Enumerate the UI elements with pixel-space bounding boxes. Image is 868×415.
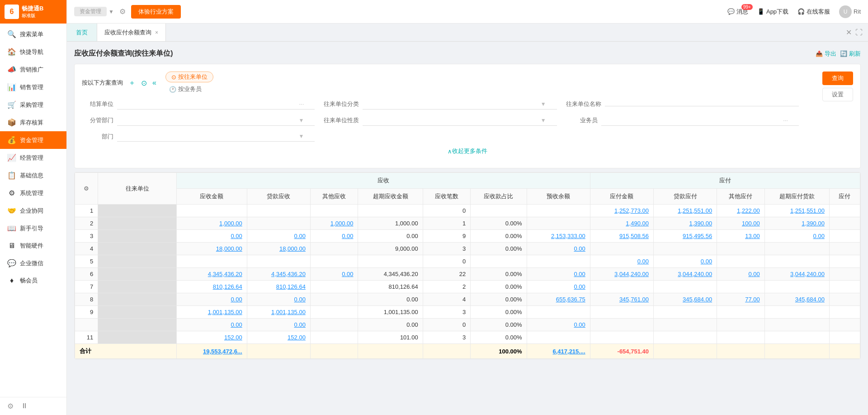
table-cell[interactable]: 0.00 — [590, 255, 653, 268]
sidebar-item-finance[interactable]: 💰 资金管理 — [0, 131, 66, 149]
sidebar-item-sales[interactable]: 📊 销售管理 — [0, 78, 66, 96]
scheme-btn-salesperson[interactable]: 🕐 按业务员 — [165, 84, 213, 94]
table-cell[interactable]: 810,126.64 — [247, 281, 310, 293]
table-cell[interactable]: 0.00 — [247, 230, 310, 243]
table-cell[interactable]: 0.00 — [247, 293, 310, 306]
partner-name-input[interactable] — [605, 102, 799, 106]
table-cell[interactable]: 0.00 — [176, 319, 247, 331]
table-cell[interactable]: 13.00 — [717, 230, 765, 243]
tab-close-icon[interactable]: × — [155, 29, 158, 36]
table-cell[interactable]: 1,390.00 — [653, 217, 717, 230]
table-cell[interactable]: 3,044,240.00 — [653, 268, 717, 281]
footer-advance-bal[interactable]: 6,417,215.... — [527, 344, 590, 359]
add-scheme-icon[interactable]: ＋ — [128, 78, 136, 88]
pause-icon[interactable]: ⏸ — [21, 402, 28, 410]
table-cell[interactable]: 100.00 — [717, 217, 765, 230]
tab-active[interactable]: 应收应付余额查询 × — [97, 24, 166, 41]
query-button[interactable]: 查询 — [822, 72, 853, 85]
partner-nature-select[interactable]: ▼ — [363, 115, 557, 126]
sidebar-item-operations[interactable]: 📈 经营管理 — [0, 149, 66, 167]
table-cell[interactable]: 1,251,551.00 — [764, 205, 829, 217]
sidebar-item-marketing[interactable]: 📣 营销推广 — [0, 61, 66, 78]
table-cell[interactable]: 2,153,333.00 — [527, 230, 590, 243]
service-group[interactable]: 🎧 在线客服 — [797, 8, 830, 16]
solution-button[interactable]: 体验行业方案 — [131, 5, 181, 19]
salesperson-input[interactable]: ··· — [601, 115, 799, 126]
table-cell[interactable]: 915,495.56 — [653, 230, 717, 243]
table-cell[interactable]: 1,000.00 — [310, 217, 358, 230]
table-cell[interactable]: 18,000.00 — [176, 243, 247, 255]
table-cell[interactable]: 1,251,551.00 — [653, 205, 717, 217]
table-cell[interactable]: 1,490.00 — [590, 217, 653, 230]
table-cell[interactable]: 0.00 — [764, 230, 829, 243]
table-cell[interactable]: 915,508.56 — [590, 230, 653, 243]
sidebar-item-inventory[interactable]: 📦 库存核算 — [0, 114, 66, 131]
table-cell[interactable]: 345,761.00 — [590, 293, 653, 306]
table-cell[interactable]: 0.00 — [527, 268, 590, 281]
sidebar-item-member[interactable]: ♦ 畅会员 — [0, 272, 66, 289]
tab-home[interactable]: 首页 — [67, 24, 97, 41]
setting-button[interactable]: 设置 — [822, 88, 853, 101]
table-cell[interactable]: 152.00 — [176, 331, 247, 344]
table-cell[interactable]: 0.00 — [653, 255, 717, 268]
message-group[interactable]: 💬 消息 99+ — [727, 8, 748, 16]
table-cell[interactable]: 0.00 — [310, 230, 358, 243]
user-group[interactable]: U Rit — [839, 5, 861, 18]
table-cell[interactable]: 0.00 — [247, 319, 310, 331]
tabbar-expand-icon[interactable]: ⛶ — [855, 29, 863, 37]
sidebar-item-wechat[interactable]: 💬 企业微信 — [0, 254, 66, 272]
col-settings[interactable]: ⚙ — [75, 173, 98, 205]
sidebar-item-purchase[interactable]: 🛒 采购管理 — [0, 96, 66, 114]
scheme-btn-partner[interactable]: ⊙ 按往来单位 — [165, 72, 213, 82]
table-cell[interactable]: 1,001,135.00 — [247, 306, 310, 319]
table-cell[interactable]: 77.00 — [717, 293, 765, 306]
table-cell[interactable]: 1,001,135.00 — [176, 306, 247, 319]
collapse-scheme-icon[interactable]: « — [152, 79, 156, 87]
filter-division-dept: 分管部门 ▼ — [82, 115, 315, 126]
table-cell[interactable]: 1,000.00 — [176, 217, 247, 230]
table-cell[interactable]: 345,684.00 — [653, 293, 717, 306]
footer-rec-amount[interactable]: 19,553,472,6... — [176, 344, 247, 359]
table-cell[interactable]: 1,390.00 — [764, 217, 829, 230]
edit-scheme-icon[interactable]: ⊙ — [141, 79, 147, 87]
sidebar-item-guide[interactable]: 📖 新手引导 — [0, 219, 66, 237]
refresh-button[interactable]: 🔄 刷新 — [840, 50, 861, 58]
table-cell[interactable]: 4,345,436.20 — [247, 268, 310, 281]
tabbar-close-icon[interactable]: ✕ — [846, 28, 852, 37]
table-cell[interactable]: 18,000.00 — [247, 243, 310, 255]
table-cell[interactable]: 655,636.75 — [527, 293, 590, 306]
table-cell[interactable]: 0.00 — [717, 268, 765, 281]
table-cell[interactable]: 0.00 — [176, 230, 247, 243]
table-cell[interactable]: 3,044,240.00 — [590, 268, 653, 281]
table-cell[interactable]: 3,044,240.00 — [764, 268, 829, 281]
table-cell[interactable]: 0.00 — [310, 268, 358, 281]
table-cell[interactable]: 0.00 — [176, 293, 247, 306]
table-cell[interactable]: 810,126.64 — [176, 281, 247, 293]
sidebar-item-basicinfo[interactable]: 📋 基础信息 — [0, 167, 66, 184]
sidebar-item-hardware[interactable]: 🖥 智能硬件 — [0, 237, 66, 254]
table-cell[interactable]: 0.00 — [527, 319, 590, 331]
table-cell[interactable]: 0.00 — [527, 243, 590, 255]
sidebar-item-quicknav[interactable]: 🏠 快捷导航 — [0, 43, 66, 61]
sidebar-item-search[interactable]: 🔍 搜索菜单 — [0, 25, 66, 43]
export-button[interactable]: 📤 导出 — [816, 50, 836, 58]
settlement-unit-input[interactable]: ··· — [117, 99, 315, 110]
table-cell[interactable]: 1,222.00 — [717, 205, 765, 217]
app-download-group[interactable]: 📱 App下载 — [757, 8, 788, 16]
partner-category-select[interactable]: ▼ — [363, 99, 557, 110]
collapse-more-button[interactable]: ∧ 收起更多条件 — [82, 145, 853, 157]
table-cell[interactable]: 152.00 — [247, 331, 310, 344]
sidebar-item-collab[interactable]: 🤝 企业协同 — [0, 202, 66, 219]
table-cell[interactable]: 4,345,436.20 — [176, 268, 247, 281]
topbar-dropdown[interactable]: ▼ — [108, 9, 114, 15]
table-cell[interactable]: 0.00 — [527, 281, 590, 293]
division-dept-select[interactable]: ▼ — [117, 115, 315, 126]
table-row: 7810,126.64810,126.64810,126.6420.00%0.0… — [75, 281, 860, 293]
topbar-gear[interactable]: ⚙ — [119, 7, 126, 16]
settings-icon[interactable]: ⚙ — [7, 402, 14, 410]
table-cell[interactable]: 345,684.00 — [764, 293, 829, 306]
table-settings-icon[interactable]: ⚙ — [84, 185, 89, 192]
table-cell[interactable]: 1,252,773.00 — [590, 205, 653, 217]
department-select[interactable]: ▼ — [117, 131, 315, 142]
sidebar-item-system[interactable]: ⚙ 系统管理 — [0, 184, 66, 202]
